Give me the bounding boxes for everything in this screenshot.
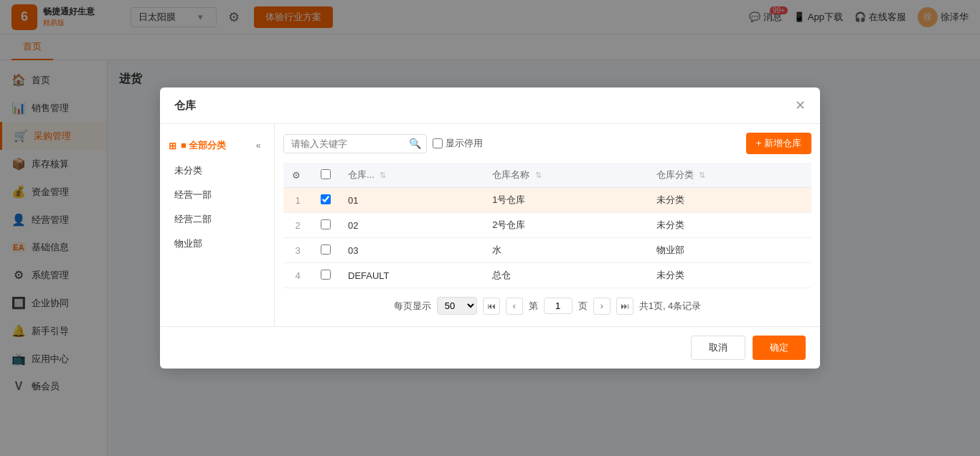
row-checkbox-cell <box>312 238 339 263</box>
show-disabled-label[interactable]: 显示停用 <box>433 137 483 150</box>
prev-page-button[interactable]: ‹ <box>506 298 523 315</box>
row-checkbox-cell <box>312 188 339 213</box>
th-checkbox <box>312 163 339 188</box>
cancel-button[interactable]: 取消 <box>691 336 745 360</box>
table-row[interactable]: 3 03 水 物业部 <box>283 238 811 263</box>
row-select-checkbox[interactable] <box>321 244 331 255</box>
row-index: 3 <box>283 238 312 263</box>
dialog-header: 仓库 ✕ <box>160 87 820 124</box>
category-unclassified[interactable]: 未分类 <box>160 158 274 183</box>
table-panel: 🔍 显示停用 + 新增仓库 ⚙ 仓库. <box>275 124 820 326</box>
warehouse-dialog: 仓库 ✕ ⊞ ■ 全部分类 « 未分类 经营一部 经营二部 物业部 <box>160 87 820 369</box>
search-wrap: 🔍 <box>283 134 427 153</box>
dialog-title: 仓库 <box>174 99 196 113</box>
row-select-checkbox[interactable] <box>321 194 331 204</box>
dialog-body: ⊞ ■ 全部分类 « 未分类 经营一部 经营二部 物业部 🔍 <box>160 124 820 326</box>
sort-icon: ⇅ <box>380 171 386 179</box>
confirm-button[interactable]: 确定 <box>753 336 806 360</box>
row-code: DEFAULT <box>339 263 484 288</box>
first-page-button[interactable]: ⏮ <box>483 298 500 315</box>
collapse-icon[interactable]: « <box>251 138 265 153</box>
pagination: 每页显示 50 20 100 ⏮ ‹ 第 页 › ⏭ 共1页, 4条记录 <box>283 288 811 318</box>
table-toolbar: 🔍 显示停用 + 新增仓库 <box>283 133 811 154</box>
row-name: 1号仓库 <box>484 188 647 213</box>
dialog-close-button[interactable]: ✕ <box>795 98 806 113</box>
category-panel: ⊞ ■ 全部分类 « 未分类 经营一部 经营二部 物业部 <box>160 124 275 326</box>
last-page-button[interactable]: ⏭ <box>616 298 633 315</box>
warehouse-table: ⚙ 仓库... ⇅ 仓库名称 ⇅ 仓库分类 <box>283 163 811 288</box>
row-code: 01 <box>339 188 484 213</box>
sort-icon3: ⇅ <box>699 171 705 179</box>
th-name: 仓库名称 ⇅ <box>484 163 647 188</box>
select-all-checkbox[interactable] <box>321 169 331 179</box>
row-category: 未分类 <box>648 188 811 213</box>
next-page-button[interactable]: › <box>593 298 611 315</box>
category-operations-1[interactable]: 经营一部 <box>160 183 274 207</box>
row-checkbox-cell <box>312 263 339 288</box>
row-name: 水 <box>484 238 647 263</box>
table-row[interactable]: 1 01 1号仓库 未分类 <box>283 188 811 213</box>
dialog-footer: 取消 确定 <box>160 326 820 369</box>
add-warehouse-button[interactable]: + 新增仓库 <box>746 133 811 154</box>
row-index: 1 <box>283 188 312 213</box>
row-index: 4 <box>283 263 312 288</box>
row-category: 未分类 <box>648 263 811 288</box>
th-settings: ⚙ <box>283 163 312 188</box>
row-category: 物业部 <box>648 238 811 263</box>
row-name: 2号仓库 <box>484 213 647 238</box>
row-checkbox-cell <box>312 213 339 238</box>
grid-icon: ⊞ <box>169 141 176 151</box>
search-input[interactable] <box>283 134 427 153</box>
per-page-select[interactable]: 50 20 100 <box>437 297 477 315</box>
all-categories-item[interactable]: ⊞ ■ 全部分类 « <box>160 133 274 158</box>
row-code: 02 <box>339 213 484 238</box>
row-index: 2 <box>283 213 312 238</box>
page-input[interactable] <box>544 298 573 314</box>
row-category: 未分类 <box>648 213 811 238</box>
th-code: 仓库... ⇅ <box>339 163 484 188</box>
sort-icon2: ⇅ <box>535 171 542 179</box>
category-operations-2[interactable]: 经营二部 <box>160 207 274 232</box>
search-icon[interactable]: 🔍 <box>409 138 421 149</box>
modal-overlay: 仓库 ✕ ⊞ ■ 全部分类 « 未分类 经营一部 经营二部 物业部 <box>0 0 980 456</box>
table-row[interactable]: 4 DEFAULT 总仓 未分类 <box>283 263 811 288</box>
table-row[interactable]: 2 02 2号仓库 未分类 <box>283 213 811 238</box>
row-select-checkbox[interactable] <box>321 219 331 229</box>
show-disabled-checkbox[interactable] <box>433 138 443 148</box>
row-select-checkbox[interactable] <box>321 270 331 280</box>
category-property[interactable]: 物业部 <box>160 232 274 256</box>
row-name: 总仓 <box>484 263 647 288</box>
th-category: 仓库分类 ⇅ <box>648 163 811 188</box>
row-code: 03 <box>339 238 484 263</box>
